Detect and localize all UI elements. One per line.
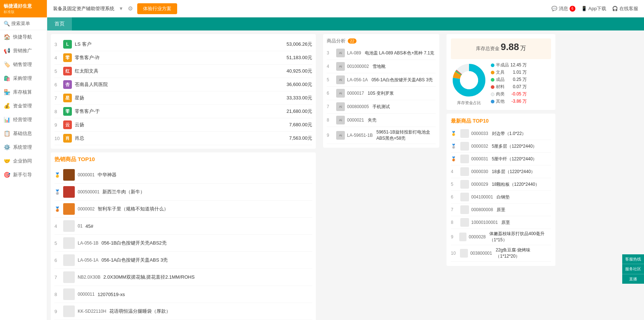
inventory-legend: 半成品12.45 万文具1.01 万成品0.25 万材料0.07 万肉类-0.0… <box>491 62 527 106</box>
sidebar-item-guide[interactable]: 🎯 新手引导 <box>0 168 47 182</box>
float-btn-community[interactable]: 服务社区 <box>622 264 644 274</box>
sidebar-item-finance[interactable]: 💰 资金管理 <box>0 99 47 113</box>
topbar-right: 💬 消息 6 📱 App下载 🎧 在线客服 <box>551 5 638 12</box>
new-product-img <box>460 167 469 176</box>
customer-rank-row: 9云云扬7,680.00元 <box>54 118 312 132</box>
mid-product-name: 夹壳 <box>368 117 436 123</box>
hot-products-card: 热销商品 TOP10 🥇0000001中华神器🥈000500001新西兰牛肉（新… <box>51 152 316 320</box>
customer-name: 红太阳文具 <box>75 68 286 74</box>
new-product-name: 18多层（1220*2440） <box>492 169 535 175</box>
try-plan-button[interactable]: 体验行业方案 <box>137 3 177 14</box>
new-product-img <box>460 249 468 258</box>
sidebar-item-quick-nav[interactable]: 🏠 快捷导航 <box>0 30 47 44</box>
customer-amount: 7,680.00元 <box>289 122 312 128</box>
sidebar-item-enterprise[interactable]: 🤝 企业协同 <box>0 154 47 168</box>
legend-value: -3.86 万 <box>511 98 527 104</box>
sidebar-item-marketing[interactable]: 📢 营销推广 <box>0 44 47 58</box>
sidebar-item-sales[interactable]: 🏷️ 销售管理 <box>0 58 47 71</box>
customer-name: LS 客户 <box>75 41 286 48</box>
marketing-icon: 📢 <box>4 48 10 54</box>
sidebar-nav: 🏠 快捷导航 📢 营销推广 🏷️ 销售管理 🛍️ 采购管理 🏪 库存核算 💰 资… <box>0 30 47 320</box>
new-product-code: 10000100001 <box>471 220 498 225</box>
app-download-item[interactable]: 📱 App下载 <box>581 5 606 12</box>
hot-product-name: 12070519-xs <box>98 292 125 297</box>
new-product-row: 4000003018多层（1220*2440） <box>451 165 551 178</box>
guide-icon: 🎯 <box>4 172 10 178</box>
legend-value: 0.07 万 <box>513 84 527 90</box>
customer-amount: 51,183.00元 <box>286 54 312 61</box>
legend-value: 12.45 万 <box>510 62 527 68</box>
float-btn-service[interactable]: 客服热线 <box>622 254 644 264</box>
legend-name: 其他 <box>496 98 510 104</box>
customer-name: 肖总 <box>75 135 289 141</box>
mid-product-row: 3AiLA-089电池盖 LA-089 ABS本色+黑种 7.1克 <box>327 46 436 60</box>
legend-name: 肉类 <box>496 91 510 97</box>
home-icon: 🏠 <box>4 34 10 40</box>
mid-product-img: Ai <box>336 75 345 84</box>
nav-label: 销售管理 <box>13 61 32 68</box>
hot-product-code: 0000001 <box>78 172 95 177</box>
new-product-name: 18颗粒板（1220*2440） <box>492 181 539 188</box>
new-product-img <box>459 233 466 241</box>
mid-product-img: Ai <box>336 116 345 124</box>
sidebar-item-basic-info[interactable]: 📋 基础信息 <box>0 127 47 140</box>
new-products-title: 最新商品 TOP10 <box>451 118 551 124</box>
customer-rank-row: 10肖肖总7,563.00元 <box>54 132 312 145</box>
hot-product-row: 8000001112070519-xs <box>54 286 312 303</box>
float-btn-live[interactable]: 直播 <box>622 274 644 284</box>
hot-product-name: 056-1A白色按键开关盖ABS 3壳 <box>101 257 168 263</box>
message-label: 消息 <box>559 5 568 12</box>
nav-label: 库存核算 <box>13 89 32 95</box>
chart-label: 库存资金占比 <box>451 100 487 106</box>
message-item[interactable]: 💬 消息 6 <box>551 5 575 12</box>
hot-product-name: 中华神器 <box>98 172 117 178</box>
new-product-img <box>460 180 469 189</box>
inv-legend-row: 肉类-0.05 万 <box>491 91 527 97</box>
customer-amount: 7,563.00元 <box>289 135 312 141</box>
nav-label: 基础信息 <box>13 130 32 137</box>
legend-dot <box>491 71 494 74</box>
hot-product-img <box>63 271 75 283</box>
sidebar-item-purchase[interactable]: 🛍️ 采购管理 <box>0 71 47 85</box>
hot-product-row: 🥈000500001新西兰牛肉（新牛） <box>54 184 312 201</box>
new-product-name: 22g鱼豆腐·烧烤味（1*12*20） <box>496 247 551 259</box>
inv-label: 库存总资金 <box>476 46 500 51</box>
inv-legend-row: 材料0.07 万 <box>491 84 527 90</box>
inventory-chart-area: 库存资金占比 半成品12.45 万文具1.01 万成品0.25 万材料0.07 … <box>451 62 551 106</box>
new-product-row: 90000028体嫩荔枝味苏打饮品400毫升（1*15） <box>451 229 551 245</box>
customer-avatar: 杏 <box>63 80 72 89</box>
customer-rank-row: 4零零售客户-许51,183.00元 <box>54 51 312 65</box>
new-product-code: 0000029 <box>471 182 488 187</box>
tab-home[interactable]: 首页 <box>47 17 72 30</box>
customer-avatar: 零 <box>63 53 72 62</box>
legend-dot <box>491 78 494 82</box>
new-product-code: 0000031 <box>471 156 488 161</box>
sidebar-logo: 畅捷通好生意 标准版 <box>0 0 47 17</box>
online-service-item[interactable]: 🎧 在线客服 <box>612 5 638 12</box>
hot-product-code: 0000011 <box>78 292 95 297</box>
search-menu-item[interactable]: 🔍 搜索菜单 <box>0 17 47 30</box>
new-product-img <box>460 218 469 227</box>
topbar-settings-icon[interactable]: ⚙ <box>128 5 133 12</box>
app-download-label: App下载 <box>588 5 606 12</box>
mid-product-img: Ai <box>336 131 345 140</box>
sidebar-item-inventory[interactable]: 🏪 库存核算 <box>0 85 47 99</box>
mid-product-code: LA-056-1A <box>347 77 368 82</box>
mid-product-code: 0000021 <box>347 118 364 123</box>
sidebar-logo-badge: 标准版 <box>4 9 15 15</box>
topbar-dropdown-icon[interactable]: ▼ <box>119 6 123 11</box>
hot-product-img <box>63 254 75 266</box>
mid-product-img: Ai <box>336 49 345 57</box>
mid-products-list: 3AiLA-089电池盖 LA-089 ABS本色+黑种 7.1克4Ai0010… <box>327 46 436 144</box>
mid-product-img: Ai <box>336 62 345 71</box>
inventory-total-bg: 库存总资金 9.88 万 <box>451 38 551 59</box>
hot-product-code: NB2.0X30B <box>78 275 101 280</box>
enterprise-icon: 🤝 <box>4 158 10 164</box>
mid-product-name: 056-1A白色按键开关盖ABS 3壳 <box>371 77 436 83</box>
customer-ranking-list: 3LLS 客户53,006.26元4零零售客户-许51,183.00元5红红太阳… <box>54 38 312 145</box>
mid-product-img: Ai <box>336 102 345 111</box>
sidebar-item-operations[interactable]: 📊 经营管理 <box>0 113 47 127</box>
search-icon: 🔍 <box>4 21 10 26</box>
sidebar-item-system[interactable]: ⚙️ 系统管理 <box>0 140 47 154</box>
nav-label: 经营管理 <box>13 116 32 123</box>
